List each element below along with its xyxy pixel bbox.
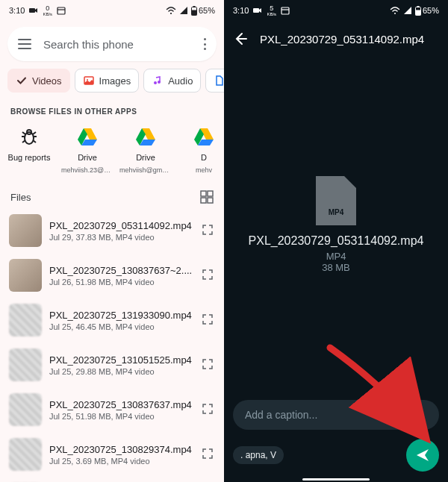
status-bar: 3:10 5KB/s 65% — [224, 0, 448, 21]
file-row[interactable]: PXL_20230729_053114092.mp4 Jul 29, 37.83… — [0, 208, 224, 253]
chip-audio[interactable]: Audio — [143, 69, 201, 93]
svg-rect-29 — [415, 10, 420, 15]
kbps-indicator: 5KB/s — [267, 5, 276, 16]
more-icon[interactable] — [203, 38, 206, 50]
whatsapp-send-screen: 3:10 5KB/s 65% PXL_20230729_053114092.mp… — [224, 0, 448, 482]
svg-line-18 — [33, 140, 36, 143]
drive-icon — [134, 125, 158, 148]
svg-rect-1 — [57, 7, 65, 14]
expand-icon[interactable] — [202, 224, 215, 237]
file-row[interactable]: PXL_20230725_130837637~2.... Jul 26, 51.… — [0, 253, 224, 298]
app-bug-reports[interactable]: Bug reports — [0, 125, 58, 174]
chip-images[interactable]: Images — [75, 69, 140, 93]
file-name: PXL_20230725_131933090.mp4 — [49, 310, 194, 321]
file-meta: Jul 25, 3.69 MB, MP4 video — [49, 457, 194, 466]
app-drive-2[interactable]: Drive mehviish@gmail.c... — [116, 125, 175, 174]
file-row[interactable]: PXL_20230725_130829374.mp4 Jul 25, 3.69 … — [0, 432, 224, 477]
calendar-icon — [281, 6, 290, 15]
svg-rect-0 — [29, 8, 35, 13]
file-name: PXL_20230725_131051525.mp4 — [49, 354, 194, 366]
svg-rect-21 — [201, 198, 206, 203]
wifi-icon — [166, 6, 176, 15]
image-icon — [83, 75, 95, 87]
files-header: Files — [0, 183, 224, 208]
svg-line-15 — [22, 132, 25, 134]
file-name: PXL_20230729_053114092.mp4 — [249, 234, 424, 248]
app-list: Bug reports Drive mehviish.23@gma... Dri… — [0, 122, 224, 183]
hamburger-icon[interactable] — [18, 39, 31, 49]
chip-videos[interactable]: Videos — [7, 69, 70, 93]
signal-icon — [179, 6, 188, 15]
nav-bar[interactable] — [302, 478, 370, 481]
file-name: PXL_20230729_053114092.mp4 — [49, 220, 194, 231]
search-bar[interactable]: Search this phone — [7, 27, 217, 61]
svg-rect-19 — [201, 191, 206, 196]
battery-percent: 65% — [199, 6, 215, 15]
battery-icon — [191, 6, 197, 16]
expand-icon[interactable] — [202, 358, 215, 372]
file-meta: Jul 25, 29.88 MB, MP4 video — [49, 367, 194, 376]
file-type: MP4 — [326, 251, 346, 262]
svg-rect-24 — [281, 7, 289, 14]
file-thumbnail — [9, 348, 42, 381]
file-preview: MP4 PXL_20230729_053114092.mp4 MP4 38 MB — [224, 57, 448, 392]
file-thumbnail — [9, 438, 42, 471]
file-meta: Jul 26, 51.98 MB, MP4 video — [49, 278, 194, 287]
file-thumbnail — [9, 259, 42, 292]
wifi-icon — [390, 6, 400, 15]
svg-point-26 — [394, 13, 396, 14]
battery-icon — [415, 6, 421, 16]
send-row: . apna, V — [224, 434, 448, 482]
expand-icon[interactable] — [202, 313, 215, 327]
file-thumbnail — [9, 393, 42, 426]
battery-percent: 65% — [423, 6, 439, 15]
doc-icon — [214, 75, 224, 87]
svg-line-17 — [22, 140, 25, 143]
file-size: 38 MB — [322, 262, 350, 273]
file-row[interactable]: PXL_20230725_131051525.mp4 Jul 25, 29.88… — [0, 342, 224, 387]
app-drive-1[interactable]: Drive mehviish.23@gma... — [58, 125, 116, 174]
svg-point-9 — [154, 81, 157, 84]
file-row[interactable]: PXL_20230725_130837637.mp4 Jul 25, 51.98… — [0, 387, 224, 432]
calendar-icon — [57, 6, 66, 15]
signal-icon — [403, 6, 412, 15]
svg-line-16 — [33, 132, 36, 134]
drive-icon — [75, 125, 99, 148]
expand-icon[interactable] — [202, 403, 215, 416]
check-icon — [16, 75, 28, 87]
send-button[interactable] — [406, 439, 439, 472]
browse-header: BROWSE FILES IN OTHER APPS — [0, 100, 224, 122]
bug-icon — [17, 125, 41, 148]
svg-rect-23 — [253, 8, 259, 13]
record-icon — [29, 7, 38, 13]
file-name: PXL_20230725_130829374.mp4 — [49, 444, 194, 455]
recipient-chip[interactable]: . apna, V — [233, 446, 284, 464]
file-row[interactable]: PXL_20230715_020315057.mp4 Jul 15, 13.76… — [0, 477, 224, 482]
svg-point-3 — [170, 13, 172, 14]
status-time: 3:10 — [233, 6, 249, 15]
svg-rect-20 — [208, 191, 213, 196]
svg-point-10 — [158, 81, 161, 84]
caption-input[interactable]: Add a caption... — [233, 400, 439, 430]
file-thumbnail — [9, 214, 42, 247]
svg-point-8 — [87, 79, 88, 81]
back-button[interactable] — [233, 31, 248, 46]
filter-chips: Videos Images Audio Do — [0, 67, 224, 100]
file-meta: Jul 29, 37.83 MB, MP4 video — [49, 233, 194, 242]
search-placeholder: Search this phone — [43, 38, 203, 51]
file-row[interactable]: PXL_20230725_131933090.mp4 Jul 25, 46.45… — [0, 298, 224, 342]
audio-icon — [152, 75, 164, 87]
status-bar: 3:10 0KB/s 65% — [0, 0, 224, 21]
file-thumbnail — [9, 304, 42, 337]
file-name: PXL_20230725_130837637.mp4 — [49, 399, 194, 410]
grid-view-icon[interactable] — [200, 190, 214, 204]
expand-icon[interactable] — [202, 448, 215, 461]
file-meta: Jul 25, 46.45 MB, MP4 video — [49, 322, 194, 331]
file-picker-screen: 3:10 0KB/s 65% Search this phone Videos — [0, 0, 224, 482]
chip-documents[interactable]: Do — [205, 69, 224, 93]
file-name: PXL_20230725_130837637~2.... — [49, 265, 194, 276]
app-drive-3[interactable]: D mehv — [175, 125, 224, 174]
file-meta: Jul 25, 51.98 MB, MP4 video — [49, 412, 194, 421]
record-icon — [253, 7, 262, 13]
expand-icon[interactable] — [202, 269, 215, 282]
